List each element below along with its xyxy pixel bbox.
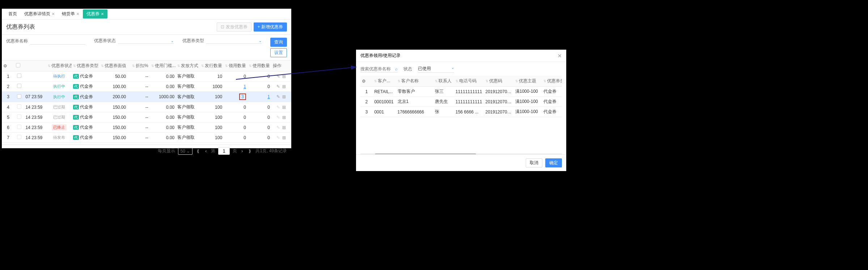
edit-icon[interactable]: ✎ (276, 94, 280, 99)
first-page-icon[interactable]: ⟪ (195, 149, 201, 154)
edit-icon[interactable]: ✎ (276, 84, 280, 89)
page-input[interactable] (218, 147, 230, 155)
chevron-down-icon: ⌄ (451, 66, 454, 72)
filter-status-select[interactable]: ⌄ (118, 38, 173, 44)
type-badge: 代 (73, 105, 79, 109)
filter-name-label: 优惠券名称 (6, 38, 28, 44)
status-badge: 已过期 (52, 104, 66, 110)
gear-icon[interactable]: ⚙ (362, 79, 366, 84)
modal-status-label: 状态 (403, 66, 412, 72)
table-row[interactable]: 5 14 23:59 已过期 代代金券 150.00 -- 0.00 客户领取 … (2, 112, 291, 122)
coupon-table: ⚙ ⇅优惠券状态 ⇅优惠券类型 ⇅优惠券面值 ⇅折扣% ⇅使用门槛... ⇅发放… (2, 61, 291, 145)
gear-icon[interactable]: ⚙ (3, 63, 7, 68)
status-badge: 待执行 (52, 73, 66, 79)
qr-icon[interactable]: ⊞ (282, 94, 286, 99)
filter-type-select[interactable]: ⌄ (206, 38, 262, 44)
add-coupon-button[interactable]: + 新增优惠券 (254, 22, 287, 32)
qr-icon[interactable]: ⊞ (282, 84, 286, 89)
table-row[interactable]: 1RETAIL...零散客户 张三111111111112019120701..… (360, 87, 562, 97)
issue-coupon-button[interactable]: ⊡ 发放优惠券 (217, 22, 251, 32)
row-checkbox[interactable] (17, 135, 21, 139)
qr-icon[interactable]: ⊞ (282, 125, 286, 130)
type-badge: 代 (73, 115, 79, 120)
prev-page-icon[interactable]: ‹ (204, 149, 208, 154)
page-size-select[interactable]: 50 ⌄ (178, 148, 193, 155)
type-badge: 代 (73, 125, 79, 130)
page-title: 优惠券列表 (6, 23, 35, 31)
pagination: 每页显示 50 ⌄ ⟪ ‹ 第 页 › ⟫ 共1页, 49条记录 (2, 145, 291, 157)
table-row[interactable]: 3 07 23:59 执行中 代代金券 200.00 -- 1000.00 客户… (2, 92, 291, 102)
search-icon[interactable]: ⌕ (395, 66, 398, 71)
row-checkbox[interactable] (17, 94, 21, 99)
status-badge: 待发布 (52, 134, 66, 141)
edit-icon: ✎ (276, 115, 280, 120)
table-row[interactable]: 2 执行中 代代金券 100.00 -- 0.00 客户领取 1000 1 0 … (2, 82, 291, 92)
status-badge: 执行中 (52, 83, 66, 90)
select-all-checkbox[interactable] (16, 63, 20, 67)
close-icon[interactable]: ✕ (101, 12, 104, 16)
usage-table: ⚙ ⇅客户... ⇅客户名称 ⇅联系人 ⇅电话号码 ⇅优惠码 ⇅优惠主题 ⇅优惠… (360, 76, 562, 117)
tab[interactable]: 优惠券✕ (83, 9, 107, 18)
edit-icon[interactable]: ✎ (276, 74, 280, 79)
row-checkbox[interactable] (17, 104, 21, 109)
filter-type-label: 优惠券类型 (182, 38, 204, 44)
status-badge: 已终止 (52, 124, 67, 130)
qr-icon[interactable]: ⊞ (282, 74, 286, 79)
type-badge: 代 (73, 135, 79, 140)
type-badge: 代 (73, 95, 79, 99)
next-page-icon[interactable]: › (240, 149, 244, 154)
last-page-icon[interactable]: ⟫ (247, 149, 253, 154)
table-row[interactable]: 3000117666666666 张156 6666 ...2019120701… (360, 107, 562, 117)
cancel-button[interactable]: 取消 (526, 158, 542, 167)
table-row[interactable]: 7 14 23:59 待发布 代代金券 150.00 -- 0.00 客户领取 … (2, 133, 291, 143)
table-row[interactable]: 1 待执行 代代金券 50.00 -- 0.00 客户领取 10 0 0 ✎⊞ (2, 71, 291, 82)
tab[interactable]: 销货单✕ (58, 9, 83, 18)
qr-icon[interactable]: ⊞ (282, 135, 286, 140)
edit-icon: ✎ (276, 135, 280, 140)
row-checkbox[interactable] (17, 115, 21, 119)
filter-name-input[interactable] (30, 38, 85, 45)
used-link[interactable]: 1 (267, 94, 270, 99)
tab-bar: 首页优惠券详情页✕销货单✕优惠券✕ (2, 9, 291, 20)
settings-button[interactable]: 设置 (270, 48, 287, 57)
row-checkbox[interactable] (17, 84, 21, 88)
edit-icon: ✎ (276, 105, 280, 110)
status-badge: 执行中 (52, 94, 66, 100)
qr-icon[interactable]: ⊞ (282, 115, 286, 120)
edit-icon: ✎ (276, 125, 280, 130)
tab[interactable]: 首页 (5, 9, 21, 18)
row-checkbox[interactable] (17, 125, 21, 129)
close-icon[interactable]: ✕ (76, 12, 79, 16)
table-row[interactable]: 4 14 23:59 已过期 代代金券 150.00 -- 0.00 客户领取 … (2, 102, 291, 112)
confirm-button[interactable]: 确定 (545, 158, 562, 167)
modal-status-select[interactable]: 已使用⌄ (418, 65, 454, 73)
type-badge: 代 (73, 84, 79, 89)
close-icon[interactable]: ✕ (558, 53, 562, 59)
tab[interactable]: 优惠券详情页✕ (21, 9, 58, 18)
row-checkbox[interactable] (17, 74, 21, 78)
claimed-count-highlight[interactable]: 3 (239, 94, 246, 100)
filter-status-label: 优惠券状态 (94, 38, 116, 44)
qr-icon[interactable]: ⊞ (282, 105, 286, 110)
pagination-summary: 共1页, 49条记录 (255, 148, 287, 154)
close-icon[interactable]: ✕ (52, 12, 55, 16)
search-input[interactable] (360, 66, 393, 71)
chevron-down-icon: ⌄ (259, 39, 262, 43)
table-row[interactable]: 200010001北京1 唐先生111111111112019120701...… (360, 97, 562, 107)
modal-title: 优惠券领用/使用记录 (360, 53, 401, 59)
query-button[interactable]: 查询 (270, 38, 287, 47)
table-row[interactable]: 6 14 23:59 已终止 代代金券 150.00 -- 0.00 客户领取 … (2, 122, 291, 133)
claimed-link[interactable]: 1 (244, 84, 246, 89)
chevron-down-icon: ⌄ (171, 39, 174, 43)
status-badge: 已过期 (52, 114, 66, 120)
type-badge: 代 (73, 74, 79, 79)
